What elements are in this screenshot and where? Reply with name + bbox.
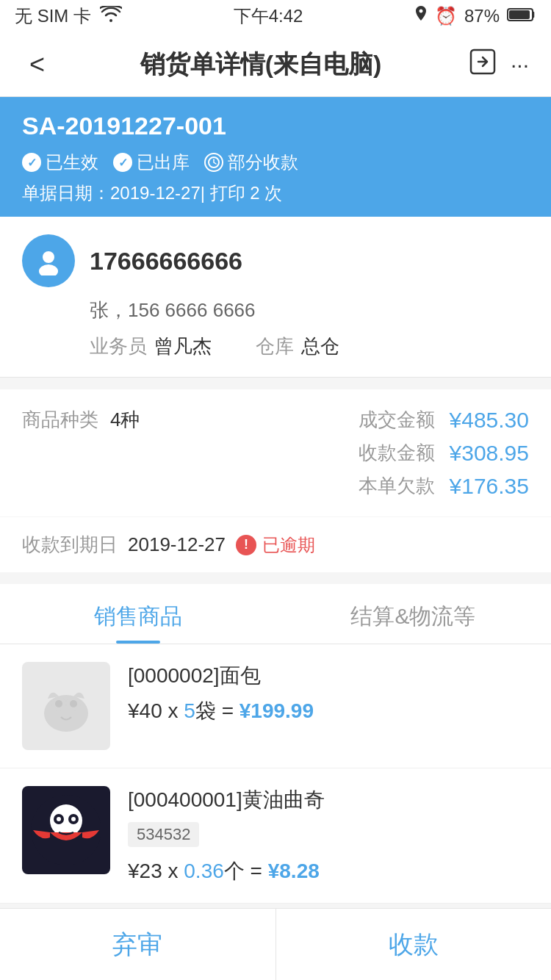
avatar [22, 234, 75, 287]
svg-point-10 [70, 700, 77, 707]
product-item: [0000002]面包 ¥40 x 5袋 = ¥199.99 [0, 644, 551, 768]
svg-point-9 [55, 700, 62, 707]
collect-button[interactable]: 收款 [276, 909, 552, 980]
product-info-bread: [0000002]面包 ¥40 x 5袋 = ¥199.99 [128, 662, 529, 725]
share-button[interactable] [469, 48, 496, 80]
due-label: 收款到期日 [22, 532, 118, 558]
page-title: 销货单详情(来自电脑) [140, 48, 382, 82]
svg-point-4 [43, 251, 54, 263]
product-sku-cookie: 534532 [128, 822, 199, 847]
deal-amount: ¥485.30 [450, 408, 529, 433]
order-date: 单据日期：2019-12-27| 打印 2 次 [22, 181, 529, 205]
summary-right: 成交金额 ¥485.30 收款金额 ¥308.95 本单欠款 ¥176.35 [359, 407, 529, 499]
status-partial-payment: 部分收款 [204, 151, 298, 174]
svg-point-15 [57, 817, 61, 821]
customer-id: 17666666666 [90, 247, 242, 275]
product-item: [000400001]黄油曲奇 534532 ¥23 x 0.36个 = ¥8.… [0, 768, 551, 904]
status-effective: ✓ 已生效 [22, 151, 98, 174]
overdue-badge: ! 已逾期 [236, 533, 315, 557]
overdue-icon: ! [236, 535, 256, 555]
sales-person: 业务员 曾凡杰 [90, 334, 212, 359]
order-summary: 商品种类 4种 成交金额 ¥485.30 收款金额 ¥308.95 本单欠款 ¥… [0, 389, 551, 516]
debt-label: 本单欠款 [359, 473, 435, 499]
product-list: [0000002]面包 ¥40 x 5袋 = ¥199.99 [0, 644, 551, 904]
nav-right-actions: ··· [469, 48, 529, 80]
customer-section: 17666666666 张，156 6666 6666 业务员 曾凡杰 仓库 总… [0, 217, 551, 378]
warehouse: 仓库 总仓 [256, 334, 339, 359]
due-date-section: 收款到期日 2019-12-27 ! 已逾期 [0, 517, 551, 572]
deal-label: 成交金额 [359, 407, 435, 433]
wifi-icon [100, 6, 122, 26]
product-price-row-cookie: ¥23 x 0.36个 = ¥8.28 [128, 857, 529, 885]
tab-settlement-logistics[interactable]: 结算&物流等 [276, 584, 551, 644]
section-divider-1 [0, 378, 551, 389]
debt-amount: ¥176.35 [450, 474, 529, 499]
product-info-cookie: [000400001]黄油曲奇 534532 ¥23 x 0.36个 = ¥8.… [128, 786, 529, 885]
order-status-row: ✓ 已生效 ✓ 已出库 部分收款 [22, 151, 529, 174]
tab-sales-products[interactable]: 销售商品 [0, 584, 276, 644]
product-kinds-row: 商品种类 4种 [22, 407, 140, 433]
status-bar: 无 SIM 卡 下午4:42 ⏰ 87% [0, 0, 551, 32]
svg-rect-1 [509, 10, 530, 19]
order-id: SA-20191227-001 [22, 112, 529, 140]
more-button[interactable]: ··· [511, 52, 529, 77]
product-thumbnail-bread [22, 662, 110, 750]
battery-text: 87% [464, 6, 500, 26]
time-display: 下午4:42 [234, 4, 303, 28]
reject-button[interactable]: 弃审 [0, 909, 276, 980]
product-price-row-bread: ¥40 x 5袋 = ¥199.99 [128, 697, 529, 725]
battery-icon [507, 6, 536, 26]
deal-amount-row: 成交金额 ¥485.30 [359, 407, 529, 433]
back-button[interactable]: < [22, 42, 52, 87]
product-name-bread: [0000002]面包 [128, 662, 529, 690]
kind-label: 商品种类 [22, 407, 98, 433]
overdue-text: 已逾期 [262, 533, 315, 557]
check-icon-effective: ✓ [22, 153, 41, 172]
product-thumbnail-cookie [22, 786, 110, 874]
svg-point-6 [44, 695, 88, 732]
status-left: 无 SIM 卡 [15, 4, 122, 28]
customer-meta: 业务员 曾凡杰 仓库 总仓 [22, 334, 529, 359]
receive-label: 收款金额 [359, 440, 435, 466]
nav-bar: < 销货单详情(来自电脑) ··· [0, 32, 551, 97]
customer-phone: 张，156 6666 6666 [22, 298, 529, 323]
location-icon [414, 6, 428, 26]
check-icon-delivered: ✓ [113, 153, 132, 172]
summary-left: 商品种类 4种 [22, 407, 140, 433]
svg-point-16 [71, 817, 76, 821]
product-name-cookie: [000400001]黄油曲奇 [128, 786, 529, 814]
customer-row: 17666666666 [22, 234, 529, 287]
receive-amount: ¥308.95 [450, 441, 529, 466]
tabs-row: 销售商品 结算&物流等 [0, 584, 551, 644]
debt-row: 本单欠款 ¥176.35 [359, 473, 529, 499]
svg-point-5 [39, 264, 58, 275]
status-delivered: ✓ 已出库 [113, 151, 190, 174]
product-tabs: 销售商品 结算&物流等 [0, 584, 551, 644]
order-header-banner: SA-20191227-001 ✓ 已生效 ✓ 已出库 部分收款 单据日期：20… [0, 97, 551, 217]
due-date: 2019-12-27 [128, 533, 226, 556]
clock-icon [204, 153, 223, 172]
receive-amount-row: 收款金额 ¥308.95 [359, 440, 529, 466]
alarm-icon: ⏰ [435, 6, 457, 26]
bottom-action-bar: 弃审 收款 [0, 908, 551, 980]
kind-count: 4种 [110, 407, 140, 433]
carrier-text: 无 SIM 卡 [15, 4, 91, 28]
status-right: ⏰ 87% [414, 6, 536, 26]
